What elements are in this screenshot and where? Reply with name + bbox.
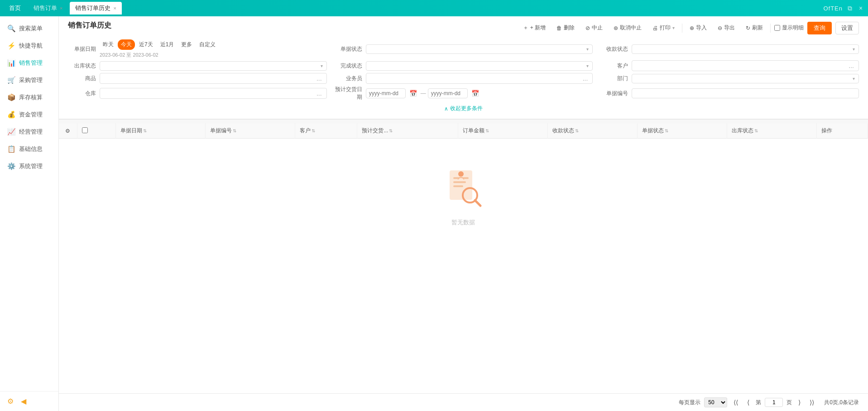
date-btn-more[interactable]: 更多 xyxy=(178,39,195,50)
sidebar-item-finance[interactable]: 💰 资金管理 xyxy=(0,106,58,123)
complete-status-chevron: ▾ xyxy=(586,63,589,68)
first-page-button[interactable]: ⟨⟨ xyxy=(731,398,741,407)
filter-salesman-item: 业务员 ... xyxy=(334,73,593,84)
new-button[interactable]: ＋ + 新增 xyxy=(519,22,549,34)
sidebar-item-quick-nav[interactable]: ⚡ 快捷导航 xyxy=(0,37,58,54)
toolbar-separator-2 xyxy=(770,24,771,33)
col-outstatus-header[interactable]: 出库状态 ⇅ xyxy=(727,123,817,139)
query-button[interactable]: 查询 xyxy=(807,22,832,34)
product-dots[interactable]: ... xyxy=(315,75,324,82)
warehouse-input[interactable] xyxy=(103,90,315,97)
sidebar-item-purchase-mgmt[interactable]: 🛒 采购管理 xyxy=(0,72,58,89)
tab-home[interactable]: 首页 xyxy=(4,2,26,15)
sidebar-item-basic-info[interactable]: 📋 基础信息 xyxy=(0,140,58,158)
date-btn-yesterday[interactable]: 昨天 xyxy=(100,39,117,50)
col-date-header[interactable]: 单据日期 ⇅ xyxy=(115,123,205,139)
date-btn-custom[interactable]: 自定义 xyxy=(196,39,219,50)
filter-row-2: 出库状态 ▾ 完成状态 ▾ 客户 xyxy=(68,60,859,71)
sidebar-item-inventory[interactable]: 📦 库存核算 xyxy=(0,89,58,106)
print-button[interactable]: 🖨 打印 ▾ xyxy=(649,22,678,34)
expected-date-end[interactable] xyxy=(428,88,468,98)
col-payment-header[interactable]: 收款状态 ⇅ xyxy=(548,123,638,139)
stop-button[interactable]: ⊘ 中止 xyxy=(582,22,606,34)
tab-sales-order-history[interactable]: 销售订单历史 × xyxy=(70,2,121,15)
delete-label: 删除 xyxy=(564,24,575,32)
svg-point-6 xyxy=(458,171,464,177)
sidebar-item-system-mgmt[interactable]: ⚙️ 系统管理 xyxy=(0,158,58,175)
col-ops-header: 操作 xyxy=(817,123,868,139)
docstatus-sort-icon: ⇅ xyxy=(665,128,668,133)
total-label: 共0页,0条记录 xyxy=(824,399,859,406)
last-page-button[interactable]: ⟩⟩ xyxy=(807,398,817,407)
sidebar-item-finance-label: 资金管理 xyxy=(19,111,43,119)
sidebar-collapse-icon[interactable]: ◀ xyxy=(21,397,26,406)
toolbar: ＋ + 新增 🗑 删除 ⊘ 中止 ⊛ 取消中止 xyxy=(519,22,859,34)
page-input[interactable]: 1 xyxy=(765,398,783,407)
date-label: 单据日期 xyxy=(68,45,100,53)
collapse-more-button[interactable]: ∧ 收起更多条件 xyxy=(68,103,859,114)
date-sort-icon: ⇅ xyxy=(143,128,147,133)
sidebar-item-sales-label: 销售管理 xyxy=(19,59,43,67)
col-customer-header[interactable]: 客户 ⇅ xyxy=(295,123,357,139)
complete-status-label: 完成状态 xyxy=(334,62,366,70)
expected-date-start[interactable] xyxy=(366,88,406,98)
import-button[interactable]: ⊕ 导入 xyxy=(686,22,710,34)
calendar-end-icon[interactable]: 📅 xyxy=(470,90,481,97)
customer-dots[interactable]: ... xyxy=(847,62,856,69)
col-docno-header[interactable]: 单据编号 ⇅ xyxy=(205,123,295,139)
sidebar-item-sales-mgmt[interactable]: 📊 销售管理 xyxy=(0,54,58,72)
col-date-label: 单据日期 ⇅ xyxy=(120,127,147,135)
export-button[interactable]: ⊖ 导出 xyxy=(714,22,739,34)
display-cols-checkbox[interactable] xyxy=(774,25,780,31)
date-btn-today[interactable]: 今天 xyxy=(118,39,135,50)
refresh-button[interactable]: ↻ 刷新 xyxy=(742,22,767,34)
doc-status-label: 单据状态 xyxy=(334,45,366,53)
table-footer: 每页显示 10 20 50 100 ⟨⟨ ⟨ 第 1 页 ⟩ ⟩⟩ 共0页,0条… xyxy=(59,393,868,411)
settings-button[interactable]: 设置 xyxy=(835,22,859,34)
content-area: 销售订单历史 ＋ + 新增 🗑 删除 ⊘ 中止 ⊛ xyxy=(59,16,868,411)
expected-date-label: 预计交货日期 xyxy=(334,86,366,101)
dept-select[interactable]: ▾ xyxy=(632,74,859,83)
col-expected-header[interactable]: 预计交货... ⇅ xyxy=(357,123,458,139)
date-dash: — xyxy=(421,90,426,97)
out-status-select[interactable]: ▾ xyxy=(100,61,327,71)
tab-sales-order-history-close[interactable]: × xyxy=(113,5,116,11)
doc-no-input[interactable] xyxy=(635,90,856,97)
next-page-button[interactable]: ⟩ xyxy=(796,398,803,407)
payment-status-label: 收款状态 xyxy=(600,45,632,53)
cancel-stop-button[interactable]: ⊛ 取消中止 xyxy=(610,22,645,34)
toolbar-separator-1 xyxy=(682,24,682,33)
tab-sales-order[interactable]: 销售订单 × xyxy=(28,2,68,15)
sidebar-item-search-menu[interactable]: 🔍 搜索菜单 xyxy=(0,20,58,37)
payment-status-select[interactable]: ▾ xyxy=(632,44,859,54)
warehouse-dots[interactable]: ... xyxy=(315,90,324,97)
main-layout: 🔍 搜索菜单 ⚡ 快捷导航 📊 销售管理 🛒 采购管理 📦 库存核算 💰 资金管… xyxy=(0,16,868,411)
print-icon: 🖨 xyxy=(652,25,658,31)
svg-rect-2 xyxy=(453,181,466,183)
date-btn-last7[interactable]: 近7天 xyxy=(136,39,156,50)
top-bar-right: OfTEn ⧉ × xyxy=(823,5,864,12)
product-input[interactable] xyxy=(103,75,315,82)
restore-button[interactable]: ⧉ xyxy=(846,5,854,12)
sidebar-item-quick-label: 快捷导航 xyxy=(19,42,43,50)
tab-sales-order-close[interactable]: × xyxy=(60,5,62,11)
col-amount-header[interactable]: 订单金额 ⇅ xyxy=(458,123,548,139)
complete-status-select[interactable]: ▾ xyxy=(366,61,593,71)
salesman-dots[interactable]: ... xyxy=(581,75,590,82)
salesman-input[interactable] xyxy=(369,75,581,82)
sidebar-item-operations[interactable]: 📈 经营管理 xyxy=(0,123,58,140)
select-all-checkbox[interactable] xyxy=(82,127,88,133)
date-btn-last1month[interactable]: 近1月 xyxy=(157,39,177,50)
out-status-chevron: ▾ xyxy=(321,63,323,68)
close-window-button[interactable]: × xyxy=(857,5,864,12)
calendar-start-icon[interactable]: 📅 xyxy=(408,90,419,97)
prev-page-button[interactable]: ⟨ xyxy=(744,398,752,407)
doc-status-select[interactable]: ▾ xyxy=(366,44,593,54)
page-size-select[interactable]: 10 20 50 100 xyxy=(704,397,727,407)
customer-input[interactable] xyxy=(635,63,847,69)
sidebar-settings-icon[interactable]: ⚙ xyxy=(7,397,14,406)
delete-button[interactable]: 🗑 删除 xyxy=(553,22,578,34)
col-docstatus-header[interactable]: 单据状态 ⇅ xyxy=(638,123,727,139)
salesman-label: 业务员 xyxy=(334,75,366,82)
col-settings[interactable]: ⚙ xyxy=(59,123,77,139)
